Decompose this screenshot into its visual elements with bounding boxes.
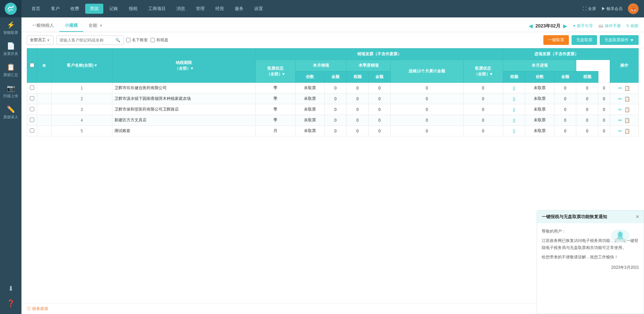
row-annual-amount-2[interactable]: 0 xyxy=(503,104,525,115)
nav-operation[interactable]: 经营 xyxy=(211,4,229,14)
search-icon[interactable]: 🔍 xyxy=(115,38,120,43)
search-box: 🔍 xyxy=(56,36,123,45)
row-fetch-in-2: 未取票 xyxy=(525,104,554,115)
row-monthly-in-tax-3: 0 xyxy=(598,115,610,126)
row-annual-amount-0[interactable]: 0 xyxy=(503,83,525,93)
edit-icon-2[interactable]: ✏ xyxy=(618,107,622,112)
nav-tax[interactable]: 报税 xyxy=(124,4,142,14)
download-icon: ⬇ xyxy=(8,285,14,293)
date-next-button[interactable]: ▶ xyxy=(563,23,567,29)
edit-icon-3[interactable]: ✏ xyxy=(618,118,622,123)
no-disk-fetch-button[interactable]: 无盘取票 xyxy=(572,35,597,45)
row-checkbox-3[interactable] xyxy=(30,118,34,122)
row-monthly-out-amount-1: 0 xyxy=(346,93,369,104)
row-monthly-in-count-2: 0 xyxy=(554,104,576,115)
row-settings-3 xyxy=(37,115,52,126)
manual-link[interactable]: 📖 操作手册 xyxy=(598,23,621,29)
top-navigation: 首页 客户 收费 票据 记账 报税 工商项目 消息 管理 经营 服务 设置 ⛶ … xyxy=(21,0,644,17)
table-row: 3 卫辉市保和堂医药有限公司卫辉路店 季 未取票 0 0 0 0 0 0 未取票… xyxy=(27,104,639,115)
sidebar-item-download[interactable]: ⬇ xyxy=(0,281,21,296)
edit-icon-0[interactable]: ✏ xyxy=(618,85,622,91)
sidebar-item-invoice-issue[interactable]: 📄 发票开具 xyxy=(0,39,21,60)
row-monthly-out-tax-1: 0 xyxy=(369,93,391,104)
row-checkbox-4[interactable] xyxy=(30,128,34,133)
detail-icon-2[interactable]: 📋 xyxy=(624,107,630,112)
row-settings-2 xyxy=(37,104,52,115)
nav-manage[interactable]: 管理 xyxy=(191,4,209,14)
row-name-2: 卫辉市保和堂医药有限公司卫辉路店 xyxy=(112,104,255,115)
row-monthly-out-count-0: 0 xyxy=(324,83,346,93)
tab-all[interactable]: 全能 ▾ xyxy=(83,20,107,32)
th-action: 操作 xyxy=(610,49,638,83)
sidebar-item-smart-fetch[interactable]: ⚡ 智能取票 xyxy=(0,17,21,39)
search-input[interactable] xyxy=(59,38,114,43)
row-annual-amount-3[interactable]: 0 xyxy=(503,115,525,126)
has-tax-disk-checkbox-label[interactable]: 有税盘 xyxy=(151,37,168,43)
row-checkbox-cell-0 xyxy=(27,83,37,93)
has-tax-disk-checkbox[interactable] xyxy=(151,38,155,42)
date-navigation: ◀ 2023年02月 ▶ xyxy=(529,23,567,29)
detail-icon-1[interactable]: 📋 xyxy=(624,96,630,102)
my-account-checkbox[interactable] xyxy=(126,38,130,42)
employee-filter[interactable]: 全部员工 ▾ xyxy=(27,36,54,45)
nav-invoice[interactable]: 票据 xyxy=(85,4,103,14)
row-annual-amount-1[interactable]: 0 xyxy=(503,93,525,104)
edit-icon-1[interactable]: ✏ xyxy=(618,96,622,102)
nav-service[interactable]: 服务 xyxy=(230,4,248,14)
row-monthly-out-count-1: 0 xyxy=(324,93,346,104)
row-monthly-in-tax-0: 0 xyxy=(598,83,610,93)
nav-message[interactable]: 消息 xyxy=(172,4,190,14)
nav-business[interactable]: 工商项目 xyxy=(144,4,170,14)
th-monthly-out-count: 份数 xyxy=(295,71,324,83)
th-customer-name: 客户名称(全部) ▾ xyxy=(51,49,112,83)
tab-general[interactable]: 一般纳税人 xyxy=(27,20,59,32)
subtab-bar: 一般纳税人 小规模 全能 ▾ ◀ 2023年02月 ▶ ✦ 新手引导 📖 操作手… xyxy=(21,17,644,32)
nav-bookkeeping[interactable]: 记账 xyxy=(105,4,123,14)
sidebar-bottom: ⬇ ❓ xyxy=(0,281,21,314)
row-action-1: ✏ 📋 xyxy=(610,93,638,104)
row-annual-amount-4[interactable]: 0 xyxy=(503,126,525,136)
row-period-0: 季 xyxy=(256,83,296,93)
one-click-fetch-button[interactable]: 一键取票 xyxy=(543,35,569,45)
tab-small[interactable]: 小规模 xyxy=(59,20,83,32)
th-tax-period: 纳税期限（全部）▾ xyxy=(112,49,255,83)
detail-icon-0[interactable]: 📋 xyxy=(624,85,630,91)
detail-icon-4[interactable]: 📋 xyxy=(624,128,630,134)
nav-settings[interactable]: 设置 xyxy=(250,4,268,14)
member-button[interactable]: ▶ 畅享会员 xyxy=(601,6,623,12)
row-checkbox-0[interactable] xyxy=(30,85,34,90)
new-guide-link[interactable]: ✦ 新手引导 xyxy=(573,23,593,29)
refresh-link[interactable]: ↻ 刷新 xyxy=(626,23,639,29)
row-fetch-in-3: 未取票 xyxy=(525,115,554,126)
statusbar-text[interactable]: 税务政策 xyxy=(32,306,48,312)
notification-close-button[interactable]: × xyxy=(636,214,639,220)
row-monthly-in-tax-1: 0 xyxy=(598,93,610,104)
sidebar-item-scan-upload[interactable]: 📷 扫描上传 xyxy=(0,81,21,102)
row-checkbox-1[interactable] xyxy=(30,96,34,101)
row-checkbox-2[interactable] xyxy=(30,107,34,111)
th-checkbox xyxy=(27,49,37,83)
row-num-3: 4 xyxy=(51,115,112,126)
invoice-entry-icon: ✏️ xyxy=(7,105,15,113)
sidebar-item-invoice-summary[interactable]: 📋 票据汇总 xyxy=(0,60,21,81)
detail-icon-3[interactable]: 📋 xyxy=(624,118,630,123)
no-disk-ops-button[interactable]: 无盘取票操作 ▼ xyxy=(600,35,639,45)
row-checkbox-cell-3 xyxy=(27,115,37,126)
row-quarter-out-amount-2: 0 xyxy=(390,104,463,115)
th-monthly-purchase: 本月进项 xyxy=(503,60,576,71)
nav-home[interactable]: 首页 xyxy=(27,4,45,14)
sidebar-item-invoice-entry[interactable]: ✏️ 票据录入 xyxy=(0,102,21,123)
nav-billing[interactable]: 收费 xyxy=(66,4,84,14)
user-avatar[interactable]: 🦊 xyxy=(628,3,639,14)
edit-icon-4[interactable]: ✏ xyxy=(618,128,622,134)
my-account-checkbox-label[interactable]: 名下账套 xyxy=(126,37,148,43)
date-prev-button[interactable]: ◀ xyxy=(529,23,533,29)
row-monthly-out-count-2: 0 xyxy=(324,104,346,115)
nav-customer[interactable]: 客户 xyxy=(46,4,64,14)
row-monthly-in-count-4: 0 xyxy=(554,126,576,136)
row-quarter-out-amount-3: 0 xyxy=(390,115,463,126)
fullscreen-button[interactable]: ⛶ 全屏 xyxy=(583,6,596,12)
select-all-checkbox[interactable] xyxy=(30,63,34,67)
sidebar-item-help[interactable]: ❓ xyxy=(0,296,21,311)
th-fetch-status-out: 取票状态（全部）▾ xyxy=(256,60,296,83)
